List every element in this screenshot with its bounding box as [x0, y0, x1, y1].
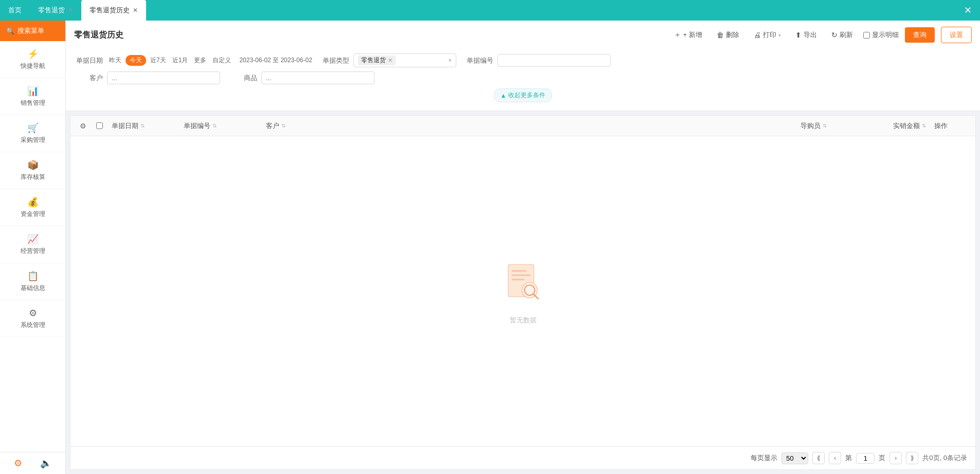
date-1month[interactable]: 近1月	[170, 55, 190, 66]
delete-button[interactable]: 🗑 删除	[712, 28, 743, 42]
tab-retail-return-close[interactable]: ✕	[68, 7, 73, 14]
print-button[interactable]: 🖨 打印 ▾	[750, 28, 785, 42]
col-number[interactable]: 单据编号 ⇅	[180, 121, 262, 131]
main-layout: 🔍 搜索菜单 ⚡ 快捷导航 📊 销售管理 🛒 采购管理 📦 库存核算 💰	[0, 21, 980, 474]
settings-button[interactable]: 设置	[941, 27, 972, 43]
col-guide[interactable]: 导购员 ⇅	[796, 121, 868, 131]
collapse-icon: ▲	[501, 92, 507, 99]
sidebar-item-inventory[interactable]: 📦 库存核算	[0, 152, 65, 189]
sidebar-bottom: ⚙ 🔈	[0, 452, 65, 474]
delete-icon: 🗑	[717, 31, 724, 39]
per-page-select[interactable]: 50 20 100	[781, 452, 808, 464]
sort-customer-icon: ⇅	[281, 123, 286, 129]
filter-area: 单据日期 昨天 今天 近7天 近1月 更多 自定义 2023-06-02 至 2…	[74, 49, 972, 111]
pagination: 每页显示 50 20 100 ⟪ ‹ 第 页 › ⟫ 共0页, 0条记录	[70, 446, 975, 469]
add-button[interactable]: ＋ + 新增	[670, 28, 706, 42]
window-close-button[interactable]: ✕	[956, 5, 980, 16]
show-detail-wrapper: 显示明细	[863, 30, 899, 40]
tab-retail-return-history[interactable]: 零售退货历史 ✕	[81, 0, 146, 21]
prev-page-button[interactable]: ‹	[829, 452, 841, 464]
doc-number-input[interactable]	[497, 54, 611, 67]
tab-retail-return-history-close[interactable]: ✕	[133, 7, 138, 14]
customer-filter: 客户	[74, 71, 220, 84]
date-more[interactable]: 更多	[192, 55, 208, 66]
sidebar-item-sales[interactable]: 📊 销售管理	[0, 78, 65, 115]
doc-type-tag-close[interactable]: ✕	[388, 57, 393, 64]
sidebar-search[interactable]: 🔍 搜索菜单	[0, 21, 65, 41]
filter-row-2: 客户 商品	[74, 71, 972, 84]
sidebar-item-basic-info[interactable]: 📋 基础信息	[0, 263, 65, 300]
page-header: 零售退货历史 ＋ + 新增 🗑 删除 🖨 打印 ▾	[66, 21, 980, 111]
next-page-button[interactable]: ›	[889, 452, 902, 464]
doc-type-select[interactable]: 零售退货 ✕ ▾	[353, 53, 456, 67]
date-custom[interactable]: 自定义	[210, 55, 233, 66]
doc-number-filter: 单据编号	[465, 54, 611, 67]
sidebar-item-purchase[interactable]: 🛒 采购管理	[0, 115, 65, 152]
date-shortcuts: 昨天 今天 近7天 近1月 更多 自定义	[107, 55, 233, 66]
table-container: ⚙ 单据日期 ⇅ 单据编号 ⇅ 客户 ⇅ 导购员 ⇅	[70, 115, 976, 470]
last-page-button[interactable]: ⟫	[906, 452, 918, 464]
filter-row-1: 单据日期 昨天 今天 近7天 近1月 更多 自定义 2023-06-02 至 2…	[74, 53, 972, 67]
date-range-display: 2023-06-02 至 2023-06-02	[239, 56, 312, 65]
show-detail-checkbox[interactable]	[863, 32, 870, 39]
operations-icon: 📈	[27, 233, 39, 245]
svg-rect-3	[511, 279, 524, 280]
search-icon: 🔍	[6, 27, 14, 35]
refresh-button[interactable]: ↻ 刷新	[827, 28, 857, 42]
content-area: 零售退货历史 ＋ + 新增 🗑 删除 🖨 打印 ▾	[66, 21, 980, 474]
table-settings-icon[interactable]: ⚙	[75, 122, 91, 130]
goods-label: 商品	[228, 74, 257, 83]
svg-rect-2	[511, 274, 531, 276]
tab-retail-return[interactable]: 零售退货 ✕	[30, 0, 81, 21]
date-7days[interactable]: 近7天	[148, 55, 168, 66]
table-select-all[interactable]	[91, 122, 108, 129]
collapse-button[interactable]: ▲ 收起更多条件	[494, 88, 553, 102]
tab-home[interactable]: 首页	[0, 0, 30, 21]
empty-text: 暂无数据	[510, 316, 537, 325]
export-icon: ⬆	[795, 31, 801, 39]
date-filter-label: 单据日期	[74, 56, 103, 65]
print-icon: 🖨	[754, 31, 761, 39]
sidebar-item-operations[interactable]: 📈 经营管理	[0, 226, 65, 263]
col-amount[interactable]: 实销金额 ⇅	[868, 121, 930, 131]
system-icon: ⚙	[29, 307, 37, 319]
page-title: 零售退货历史	[74, 30, 123, 41]
sort-number-icon: ⇅	[212, 123, 217, 129]
export-button[interactable]: ⬆ 导出	[791, 28, 821, 42]
total-info: 共0页, 0条记录	[922, 453, 967, 463]
tab-bar: 首页 零售退货 ✕ 零售退货历史 ✕	[0, 0, 956, 21]
inventory-icon: 📦	[27, 159, 39, 171]
goods-input[interactable]	[261, 71, 375, 84]
col-customer[interactable]: 客户 ⇅	[262, 121, 796, 131]
sales-icon: 📊	[27, 85, 39, 97]
date-today[interactable]: 今天	[126, 55, 146, 66]
date-yesterday[interactable]: 昨天	[107, 55, 123, 66]
sort-date-icon: ⇅	[140, 123, 145, 129]
page-title-row: 零售退货历史 ＋ + 新增 🗑 删除 🖨 打印 ▾	[74, 27, 972, 43]
doc-type-filter: 单据类型 零售退货 ✕ ▾	[320, 53, 456, 67]
print-dropdown-icon: ▾	[778, 32, 781, 38]
date-filter: 单据日期 昨天 今天 近7天 近1月 更多 自定义 2023-06-02 至 2…	[74, 55, 312, 66]
query-button[interactable]: 查询	[905, 27, 935, 43]
top-bar: 首页 零售退货 ✕ 零售退货历史 ✕ ✕	[0, 0, 980, 21]
purchase-icon: 🛒	[27, 122, 39, 134]
empty-state-icon	[497, 258, 549, 309]
customer-input[interactable]	[107, 71, 220, 84]
doc-type-label: 单据类型	[320, 56, 349, 65]
doc-type-dropdown-arrow: ▾	[449, 57, 452, 64]
sidebar-item-system[interactable]: ⚙ 系统管理	[0, 300, 65, 337]
doc-number-label: 单据编号	[465, 56, 493, 65]
goods-filter: 商品	[228, 71, 375, 84]
sidebar-item-finance[interactable]: 💰 资金管理	[0, 189, 65, 226]
settings-bottom-icon[interactable]: ⚙	[14, 458, 22, 469]
doc-type-tag: 零售退货 ✕	[358, 56, 396, 65]
col-date[interactable]: 单据日期 ⇅	[108, 121, 180, 131]
select-all-checkbox[interactable]	[96, 122, 103, 129]
audio-bottom-icon[interactable]: 🔈	[40, 458, 51, 469]
sort-guide-icon: ⇅	[823, 123, 827, 129]
table-body-empty: 暂无数据	[70, 136, 975, 446]
page-number-input[interactable]	[856, 453, 875, 464]
sidebar-item-quick-nav[interactable]: ⚡ 快捷导航	[0, 41, 65, 78]
refresh-icon: ↻	[831, 31, 838, 39]
first-page-button[interactable]: ⟪	[812, 452, 825, 464]
